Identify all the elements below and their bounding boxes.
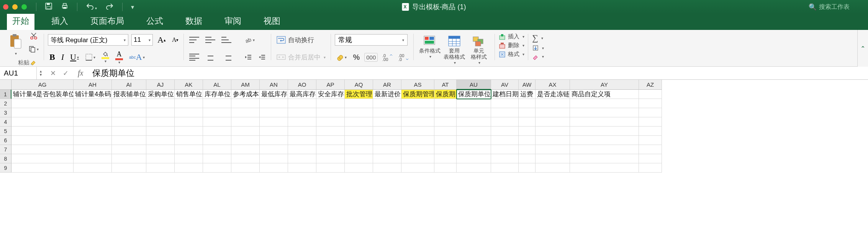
collapse-ribbon-icon[interactable]: ⌃	[857, 30, 868, 67]
align-middle-icon[interactable]	[204, 35, 217, 45]
cell-AR8[interactable]	[373, 154, 401, 163]
cell-AR4[interactable]	[373, 117, 401, 127]
cell-AV4[interactable]	[491, 117, 519, 127]
cell-AH4[interactable]	[74, 117, 112, 127]
increase-decimal-icon[interactable]: .0.00	[381, 53, 394, 62]
tab-page-layout[interactable]: 页面布局	[85, 13, 129, 30]
cell-AG3[interactable]	[11, 108, 74, 117]
cell-AH3[interactable]	[74, 108, 112, 117]
cell-AN4[interactable]	[260, 117, 288, 127]
font-color-button[interactable]: A▾	[114, 49, 124, 65]
cell-AS4[interactable]	[401, 117, 434, 127]
cell-AO4[interactable]	[288, 117, 316, 127]
cell-AW7[interactable]	[519, 145, 536, 154]
insert-cells-button[interactable]: 插入▾	[499, 33, 524, 40]
cell-AN2[interactable]	[260, 99, 288, 108]
cell-AZ3[interactable]	[639, 108, 662, 117]
cell-AX1[interactable]: 是否走冻链	[536, 90, 570, 99]
row-header-3[interactable]: 3	[0, 108, 11, 117]
close-window-icon[interactable]	[3, 4, 8, 10]
cell-AM8[interactable]	[231, 154, 260, 163]
cell-AI2[interactable]	[112, 99, 146, 108]
cell-AY1[interactable]: 商品自定义项	[570, 90, 639, 99]
currency-button[interactable]: ▾	[335, 53, 348, 62]
cell-AY3[interactable]	[570, 108, 639, 117]
column-header-AR[interactable]: AR	[373, 80, 401, 90]
cell-AO8[interactable]	[288, 154, 316, 163]
cell-AL8[interactable]	[203, 154, 231, 163]
cell-AZ7[interactable]	[639, 145, 662, 154]
cell-AW8[interactable]	[519, 154, 536, 163]
cell-AL2[interactable]	[203, 99, 231, 108]
cell-AT7[interactable]	[434, 145, 457, 154]
cell-AT8[interactable]	[434, 154, 457, 163]
cell-AJ7[interactable]	[146, 145, 175, 154]
font-name-select[interactable]: 等线 Regular (正文)▾	[48, 34, 128, 46]
cell-AN7[interactable]	[260, 145, 288, 154]
cell-AZ4[interactable]	[639, 117, 662, 127]
cell-AT5[interactable]	[434, 127, 457, 136]
cell-AW6[interactable]	[519, 136, 536, 145]
cell-AV9[interactable]	[491, 163, 519, 173]
cell-AK4[interactable]	[175, 117, 203, 127]
cell-AG4[interactable]	[11, 117, 74, 127]
cell-AI3[interactable]	[112, 108, 146, 117]
cell-AL9[interactable]	[203, 163, 231, 173]
cell-AV1[interactable]: 建档日期	[491, 90, 519, 99]
cell-AR1[interactable]: 最新进价	[373, 90, 401, 99]
cell-AK3[interactable]	[175, 108, 203, 117]
cell-AJ6[interactable]	[146, 136, 175, 145]
cell-AP7[interactable]	[316, 145, 345, 154]
cell-AM1[interactable]: 参考成本	[231, 90, 260, 99]
cell-styles-button[interactable]: 单元 格样式▾	[467, 34, 491, 65]
underline-button[interactable]: U▾	[69, 51, 80, 63]
cell-AI4[interactable]	[112, 117, 146, 127]
row-header-8[interactable]: 8	[0, 154, 11, 163]
cell-AP3[interactable]	[316, 108, 345, 117]
cell-AI6[interactable]	[112, 136, 146, 145]
cell-AO6[interactable]	[288, 136, 316, 145]
cell-AN5[interactable]	[260, 127, 288, 136]
cell-AY7[interactable]	[570, 145, 639, 154]
cell-AO5[interactable]	[288, 127, 316, 136]
tab-review[interactable]: 审阅	[219, 13, 247, 30]
cell-AS1[interactable]: 保质期管理	[401, 90, 434, 99]
cell-AT3[interactable]	[434, 108, 457, 117]
cell-AI9[interactable]	[112, 163, 146, 173]
cell-AV5[interactable]	[491, 127, 519, 136]
merge-center-button[interactable]: 合并后居中▾	[275, 52, 327, 63]
cell-AX7[interactable]	[536, 145, 570, 154]
save-icon[interactable]	[45, 2, 52, 12]
clear-button[interactable]: ▾	[532, 53, 544, 60]
column-header-AS[interactable]: AS	[401, 80, 434, 90]
cell-AN1[interactable]: 最低库存	[260, 90, 288, 99]
cell-AZ1[interactable]	[639, 90, 662, 99]
cell-AX6[interactable]	[536, 136, 570, 145]
cell-AM9[interactable]	[231, 163, 260, 173]
cell-AL7[interactable]	[203, 145, 231, 154]
cell-AN3[interactable]	[260, 108, 288, 117]
cell-AZ9[interactable]	[639, 163, 662, 173]
cell-AL5[interactable]	[203, 127, 231, 136]
phonetic-guide-button[interactable]: abcA▾	[128, 51, 146, 63]
cell-AV8[interactable]	[491, 154, 519, 163]
cell-AI7[interactable]	[112, 145, 146, 154]
formula-input[interactable]	[88, 68, 868, 78]
cell-AM4[interactable]	[231, 117, 260, 127]
cell-AT6[interactable]	[434, 136, 457, 145]
decrease-indent-icon[interactable]	[243, 53, 254, 61]
column-header-AV[interactable]: AV	[491, 80, 519, 90]
orientation-button[interactable]: ab▾	[243, 35, 256, 44]
cell-AX5[interactable]	[536, 127, 570, 136]
cell-AH9[interactable]	[74, 163, 112, 173]
comma-button[interactable]: 000	[364, 53, 378, 62]
column-header-AH[interactable]: AH	[74, 80, 112, 90]
qat-customize-icon[interactable]: ▾	[131, 3, 134, 11]
cell-AR9[interactable]	[373, 163, 401, 173]
cell-AJ2[interactable]	[146, 99, 175, 108]
cell-AJ5[interactable]	[146, 127, 175, 136]
cell-AX9[interactable]	[536, 163, 570, 173]
print-icon[interactable]	[61, 2, 69, 12]
column-header-AJ[interactable]: AJ	[146, 80, 175, 90]
cell-AJ1[interactable]: 采购单位	[146, 90, 175, 99]
